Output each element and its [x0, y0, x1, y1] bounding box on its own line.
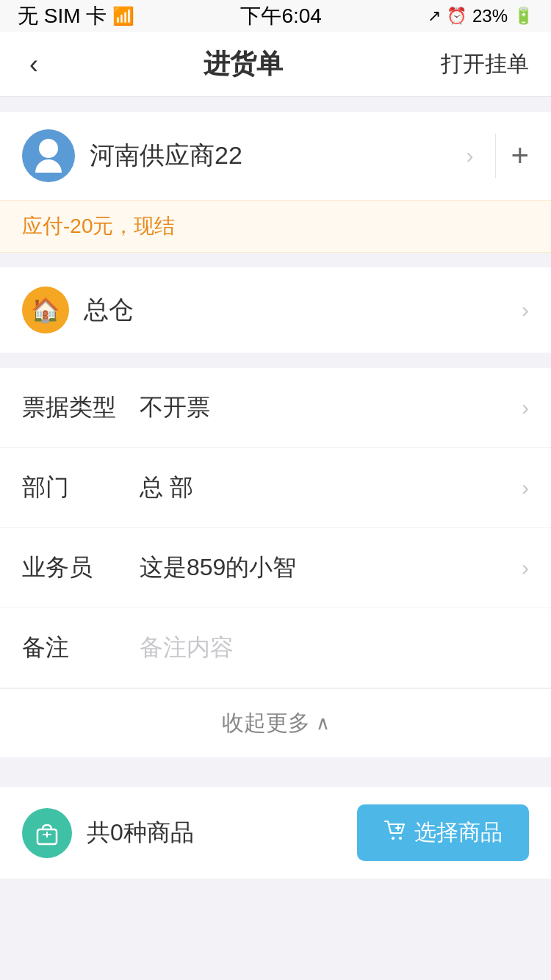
- warehouse-chevron-right-icon: ›: [522, 298, 529, 323]
- svg-point-3: [392, 837, 395, 840]
- warehouse-icon-wrap: 🏠: [22, 287, 69, 334]
- notice-text: 应付-20元，现结: [22, 215, 175, 237]
- invoice-type-label: 票据类型: [22, 392, 140, 424]
- avatar-body: [35, 159, 62, 173]
- section-gap-4: [0, 757, 551, 772]
- section-gap-1: [0, 97, 551, 112]
- salesperson-chevron-right-icon: ›: [522, 555, 529, 580]
- department-label: 部门: [22, 472, 140, 504]
- alarm-icon: ⏰: [447, 7, 467, 26]
- page-title: 进货单: [204, 46, 283, 82]
- wifi-icon: 📶: [112, 6, 134, 26]
- form-section: 票据类型 不开票 › 部门 总 部 › 业务员 这是859的小智 › 备注 备注…: [0, 368, 551, 757]
- status-right: ↗ ⏰ 23% 🔋: [428, 6, 533, 26]
- remark-input[interactable]: 备注内容: [140, 632, 529, 664]
- collapse-text: 收起更多: [222, 708, 310, 738]
- product-bar: 共0种商品 选择商品: [0, 787, 551, 879]
- collapse-arrow-icon: ∧: [316, 712, 330, 735]
- location-icon: ↗: [428, 7, 441, 26]
- cart-icon: [383, 820, 407, 846]
- app-container: 无 SIM 卡 📶 下午6:04 ↗ ⏰ 23% 🔋 ‹ 进货单 打开挂单 河南…: [0, 0, 551, 980]
- product-icon-wrap: [22, 808, 72, 858]
- department-value: 总 部: [140, 472, 522, 504]
- department-row[interactable]: 部门 总 部 ›: [0, 448, 551, 528]
- avatar-person-icon: [35, 139, 62, 173]
- warehouse-name: 总仓: [84, 293, 522, 327]
- salesperson-label: 业务员: [22, 552, 140, 584]
- remark-label: 备注: [22, 632, 140, 664]
- product-bag-icon: [33, 819, 61, 847]
- salesperson-row[interactable]: 业务员 这是859的小智 ›: [0, 528, 551, 608]
- svg-point-4: [399, 837, 402, 840]
- battery-icon: 🔋: [514, 7, 533, 26]
- warehouse-icon: 🏠: [31, 296, 60, 324]
- salesperson-value: 这是859的小智: [140, 552, 522, 584]
- collapse-row[interactable]: 收起更多 ∧: [0, 688, 551, 757]
- battery-label: 23%: [472, 6, 508, 26]
- product-count: 共0种商品: [87, 817, 357, 849]
- supplier-name: 河南供应商22: [90, 139, 466, 173]
- supplier-row[interactable]: 河南供应商22 › +: [0, 112, 551, 200]
- section-gap-3: [0, 353, 551, 368]
- status-left: 无 SIM 卡 📶: [18, 2, 134, 30]
- add-button[interactable]: +: [495, 134, 529, 178]
- select-product-button[interactable]: 选择商品: [357, 804, 529, 861]
- avatar: [22, 129, 75, 182]
- cart-svg-icon: [383, 820, 407, 840]
- section-gap-2: [0, 253, 551, 267]
- carrier-label: 无 SIM 卡: [18, 2, 107, 30]
- supplier-chevron-right-icon: ›: [466, 143, 473, 168]
- warehouse-row[interactable]: 🏠 总仓 ›: [0, 267, 551, 353]
- invoice-type-chevron-right-icon: ›: [522, 395, 529, 420]
- remark-row[interactable]: 备注 备注内容: [0, 608, 551, 688]
- invoice-type-row[interactable]: 票据类型 不开票 ›: [0, 368, 551, 448]
- department-chevron-right-icon: ›: [522, 475, 529, 500]
- avatar-head: [39, 139, 58, 158]
- back-button[interactable]: ‹: [22, 42, 46, 87]
- notice-banner: 应付-20元，现结: [0, 200, 551, 253]
- supplier-section: 河南供应商22 › + 应付-20元，现结: [0, 112, 551, 253]
- nav-bar: ‹ 进货单 打开挂单: [0, 32, 551, 97]
- status-bar: 无 SIM 卡 📶 下午6:04 ↗ ⏰ 23% 🔋: [0, 0, 551, 32]
- status-time: 下午6:04: [240, 2, 322, 30]
- select-product-label: 选择商品: [414, 818, 503, 848]
- open-pending-button[interactable]: 打开挂单: [441, 49, 529, 79]
- invoice-type-value: 不开票: [140, 392, 522, 424]
